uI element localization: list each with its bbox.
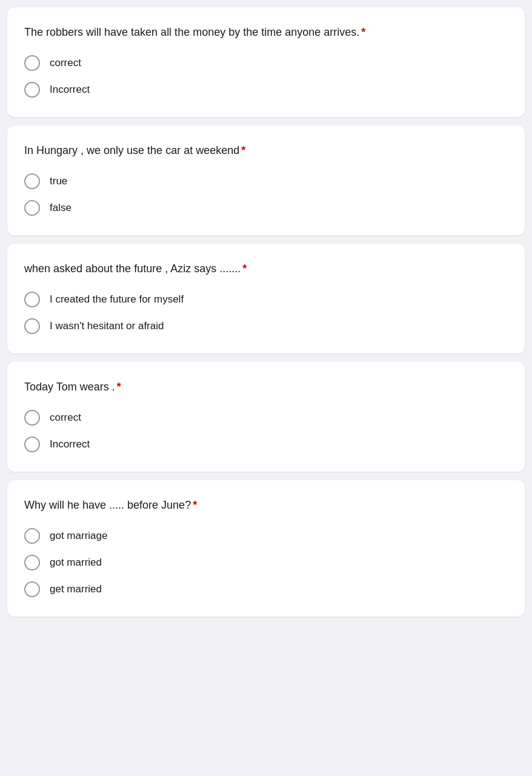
option-label: got married: [50, 557, 102, 569]
option-label: false: [50, 202, 71, 214]
option-row-3-2[interactable]: I wasn't hesitant or afraid: [24, 318, 508, 334]
option-row-3-1[interactable]: I created the future for myself: [24, 292, 508, 307]
radio-circle[interactable]: [24, 173, 40, 189]
question-text-1: The robbers will have taken all the mone…: [24, 24, 508, 41]
radio-circle[interactable]: [24, 200, 40, 216]
radio-circle[interactable]: [24, 55, 40, 71]
radio-circle[interactable]: [24, 292, 40, 307]
required-star: *: [193, 499, 197, 511]
required-star: *: [241, 144, 245, 156]
option-row-5-2[interactable]: got married: [24, 555, 508, 570]
required-star: *: [361, 26, 365, 38]
radio-circle[interactable]: [24, 410, 40, 426]
question-card-4: Today Tom wears .*correctIncorrect: [7, 362, 525, 472]
option-label: get married: [50, 583, 102, 595]
option-label: Incorrect: [50, 84, 90, 96]
question-text-3: when asked about the future , Aziz says …: [24, 261, 508, 277]
required-star: *: [242, 263, 247, 275]
question-text-5: Why will he have ..... before June?*: [24, 497, 508, 513]
option-label: true: [50, 175, 67, 187]
option-row-1-2[interactable]: Incorrect: [24, 82, 508, 98]
option-label: correct: [50, 412, 81, 424]
question-card-3: when asked about the future , Aziz says …: [7, 244, 525, 353]
radio-circle[interactable]: [24, 318, 40, 334]
option-label: correct: [50, 57, 81, 69]
option-row-1-1[interactable]: correct: [24, 55, 508, 71]
question-text-2: In Hungary , we only use the car at week…: [24, 142, 508, 159]
radio-circle[interactable]: [24, 436, 40, 452]
option-label: got marriage: [50, 530, 107, 542]
option-row-5-3[interactable]: get married: [24, 581, 508, 597]
question-card-1: The robbers will have taken all the mone…: [7, 7, 525, 117]
option-row-2-1[interactable]: true: [24, 173, 508, 189]
question-text-4: Today Tom wears .*: [24, 379, 508, 395]
radio-circle[interactable]: [24, 528, 40, 544]
option-label: I created the future for myself: [50, 293, 184, 306]
option-row-4-1[interactable]: correct: [24, 410, 508, 426]
required-star: *: [117, 381, 121, 393]
radio-circle[interactable]: [24, 555, 40, 570]
option-label: Incorrect: [50, 438, 90, 450]
option-label: I wasn't hesitant or afraid: [50, 320, 164, 332]
question-card-2: In Hungary , we only use the car at week…: [7, 125, 525, 235]
radio-circle[interactable]: [24, 82, 40, 98]
radio-circle[interactable]: [24, 581, 40, 597]
option-row-2-2[interactable]: false: [24, 200, 508, 216]
questions-container: The robbers will have taken all the mone…: [7, 7, 525, 617]
question-card-5: Why will he have ..... before June?*got …: [7, 480, 525, 617]
option-row-4-2[interactable]: Incorrect: [24, 436, 508, 452]
option-row-5-1[interactable]: got marriage: [24, 528, 508, 544]
